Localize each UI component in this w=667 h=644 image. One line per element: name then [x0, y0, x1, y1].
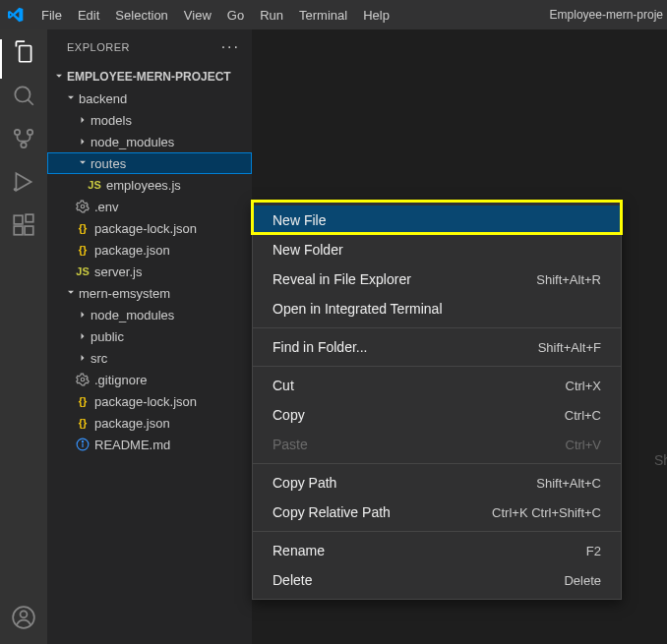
more-actions-icon[interactable]: ··· [221, 38, 240, 56]
file-package-json[interactable]: {} package.json [47, 412, 252, 434]
ctx-item-shortcut: Shift+Alt+C [536, 476, 601, 491]
chevron-right-icon [75, 350, 91, 366]
tree-root[interactable]: EMPLOYEE-MERN-PROJECT [47, 66, 252, 88]
tree-item-label: server.js [94, 264, 142, 279]
menu-run[interactable]: Run [252, 4, 291, 27]
context-menu-separator [253, 327, 621, 328]
tree-item-label: node_modules [91, 135, 174, 149]
ctx-item-label: Open in Integrated Terminal [273, 301, 443, 317]
file-tree: EMPLOYEE-MERN-PROJECT backend models nod… [47, 64, 252, 644]
menu-file[interactable]: File [33, 4, 70, 27]
accounts-icon[interactable] [11, 605, 36, 630]
file-package-lock[interactable]: {} package-lock.json [47, 217, 252, 239]
gear-icon [75, 372, 91, 387]
file-package-json[interactable]: {} package.json [47, 239, 252, 261]
ctx-new-file[interactable]: New File [253, 205, 621, 235]
run-debug-icon[interactable] [11, 169, 36, 195]
svg-rect-9 [25, 226, 33, 235]
json-file-icon: {} [75, 415, 91, 431]
hint-text: Sh [654, 452, 667, 468]
file-server-js[interactable]: JS server.js [47, 261, 252, 282]
folder-models[interactable]: models [47, 109, 252, 131]
chevron-down-icon [75, 155, 91, 171]
ctx-paste: PasteCtrl+V [253, 430, 621, 459]
ctx-cut[interactable]: CutCtrl+X [253, 371, 621, 400]
folder-node-modules[interactable]: node_modules [47, 131, 252, 152]
tree-root-label: EMPLOYEE-MERN-PROJECT [67, 70, 231, 84]
ctx-item-shortcut: F2 [586, 544, 601, 558]
tree-item-label: package-lock.json [94, 394, 197, 409]
gear-icon [75, 199, 91, 214]
file-readme[interactable]: README.md [47, 434, 252, 455]
menu-view[interactable]: View [176, 4, 219, 27]
chevron-right-icon [75, 307, 91, 322]
ctx-item-shortcut: Delete [564, 573, 601, 588]
svg-point-12 [21, 611, 28, 617]
folder-backend[interactable]: backend [47, 88, 252, 109]
folder-mern-emsystem[interactable]: mern-emsystem [47, 282, 252, 304]
ctx-item-shortcut: Ctrl+C [565, 408, 601, 423]
activity-active-indicator [0, 39, 2, 79]
source-control-icon[interactable] [11, 126, 36, 151]
ctx-item-label: Paste [273, 437, 308, 452]
menu-terminal[interactable]: Terminal [291, 4, 355, 27]
ctx-reveal-in-file-explorer[interactable]: Reveal in File ExplorerShift+Alt+R [253, 264, 621, 294]
folder-src[interactable]: src [47, 347, 252, 369]
ctx-delete[interactable]: DeleteDelete [253, 565, 621, 595]
tree-item-label: mern-emsystem [79, 286, 170, 301]
folder-public[interactable]: public [47, 325, 252, 347]
svg-point-4 [21, 143, 26, 147]
svg-rect-7 [14, 215, 23, 224]
tree-item-label: backend [79, 91, 127, 106]
tree-item-label: node_modules [91, 308, 174, 322]
svg-point-0 [15, 87, 30, 101]
svg-rect-10 [26, 214, 33, 222]
ctx-item-label: Copy Relative Path [273, 504, 391, 520]
ctx-item-shortcut: Ctrl+K Ctrl+Shift+C [492, 505, 601, 520]
js-file-icon: JS [75, 263, 91, 279]
svg-point-17 [82, 441, 83, 442]
ctx-item-label: Find in Folder... [273, 339, 368, 355]
tree-item-label: src [91, 351, 107, 366]
tree-item-label: employees.js [106, 178, 181, 193]
ctx-new-folder[interactable]: New Folder [253, 235, 621, 264]
svg-point-2 [15, 130, 20, 135]
sidebar: EXPLORER ··· EMPLOYEE-MERN-PROJECT backe… [47, 29, 252, 644]
sidebar-header: EXPLORER ··· [47, 29, 252, 64]
tree-item-label: package.json [94, 243, 170, 258]
ctx-copy-relative-path[interactable]: Copy Relative PathCtrl+K Ctrl+Shift+C [253, 498, 621, 527]
file-env[interactable]: .env [47, 196, 252, 217]
file-gitignore[interactable]: .gitignore [47, 369, 252, 390]
ctx-find-in-folder[interactable]: Find in Folder...Shift+Alt+F [253, 332, 621, 362]
search-icon[interactable] [11, 83, 36, 108]
activitybar [0, 29, 47, 644]
json-file-icon: {} [75, 220, 91, 236]
ctx-copy-path[interactable]: Copy PathShift+Alt+C [253, 468, 621, 498]
ctx-open-in-integrated-terminal[interactable]: Open in Integrated Terminal [253, 294, 621, 323]
menu-selection[interactable]: Selection [107, 4, 175, 27]
explorer-icon[interactable] [11, 39, 36, 65]
svg-line-1 [28, 99, 32, 104]
folder-node-modules[interactable]: node_modules [47, 304, 252, 325]
vscode-logo-icon [8, 7, 24, 23]
menu-edit[interactable]: Edit [70, 4, 107, 27]
tree-item-label: models [91, 113, 132, 128]
ctx-copy[interactable]: CopyCtrl+C [253, 400, 621, 430]
svg-rect-8 [14, 226, 23, 235]
file-employees-js[interactable]: JS employees.js [47, 174, 252, 196]
menu-help[interactable]: Help [355, 4, 397, 27]
folder-routes[interactable]: routes [47, 152, 252, 174]
menubar: File Edit Selection View Go Run Terminal… [33, 4, 397, 27]
ctx-item-label: Delete [273, 572, 312, 588]
extensions-icon[interactable] [11, 212, 36, 238]
svg-point-3 [28, 130, 32, 135]
ctx-item-shortcut: Ctrl+V [566, 438, 601, 452]
chevron-down-icon [63, 90, 79, 106]
file-package-lock[interactable]: {} package-lock.json [47, 390, 252, 412]
ctx-item-label: Copy Path [273, 475, 336, 491]
chevron-right-icon [75, 112, 91, 128]
ctx-rename[interactable]: RenameF2 [253, 536, 621, 565]
ctx-item-shortcut: Shift+Alt+R [536, 272, 601, 287]
menu-go[interactable]: Go [219, 4, 252, 27]
chevron-down-icon [63, 285, 79, 301]
